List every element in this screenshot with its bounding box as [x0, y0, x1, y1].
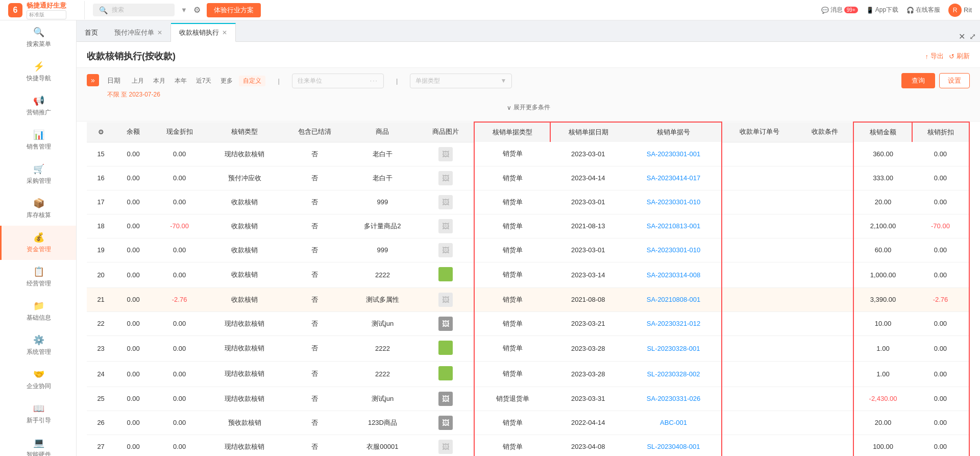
cell-receipt-order: [722, 311, 797, 335]
sidebar-item-collab[interactable]: 🤝 企业协同: [0, 363, 76, 397]
table-row: 21 0.00 -2.76 收款核销 否 测试多属性 🖼 销货单 2021-08…: [87, 287, 969, 311]
message-icon: 💬: [821, 7, 829, 14]
user-area[interactable]: R Rit: [948, 4, 972, 17]
bill-no-link[interactable]: SA-20230331-026: [647, 395, 701, 402]
col-included: 包含已结清: [282, 122, 348, 142]
tab-expand-icon[interactable]: ⤢: [969, 32, 976, 41]
tab-home[interactable]: 首页: [77, 24, 106, 41]
cell-bill-date: 2021-08-13: [550, 214, 626, 238]
tab-close-icon[interactable]: ✕: [959, 32, 965, 41]
cell-bill-date: 2021-08-08: [550, 287, 626, 311]
table-body: 15 0.00 0.00 现结收款核销 否 老白干 🖼 销货单 2023-03-…: [87, 142, 969, 456]
col-type: 核销类型: [207, 122, 282, 142]
shortcuts-icon: ⚡: [33, 61, 44, 72]
cell-receipt-cond: [797, 435, 854, 456]
cell-goods-img: [418, 361, 475, 387]
goods-image: 🖼: [438, 392, 453, 406]
col-gear[interactable]: ⚙: [87, 122, 115, 142]
cell-write-off-discount: 0.00: [912, 238, 969, 262]
guide-icon: 📖: [33, 403, 44, 414]
tab-writeoff[interactable]: 收款核销执行 ✕: [171, 23, 236, 42]
bill-no-link[interactable]: SL-20230328-001: [647, 345, 700, 352]
bill-no-link[interactable]: SA-20230301-001: [647, 150, 701, 158]
bill-no-link[interactable]: SA-20230301-010: [647, 198, 701, 206]
cell-bill-no: SA-20230301-010: [626, 190, 721, 214]
cell-discount: -70.00: [152, 214, 207, 238]
online-service-area[interactable]: 🎧 在线客服: [906, 6, 940, 14]
sidebar-item-sales[interactable]: 📊 销售管理: [0, 123, 76, 157]
cell-type: 收款核销: [207, 238, 282, 262]
bill-no-link[interactable]: SA-20210808-001: [647, 296, 701, 303]
bill-no-link[interactable]: SL-20230328-002: [647, 370, 700, 378]
cell-balance: 0.00: [115, 262, 152, 287]
cell-id: 21: [87, 287, 115, 311]
sidebar-item-shortcuts[interactable]: ⚡ 快捷导航: [0, 55, 76, 89]
table-container: ⚙ 余额 现金折扣 核销类型 包含已结清 商品 商品图片 核销单据类型 核销单据…: [77, 122, 980, 456]
cell-bill-date: 2023-03-28: [550, 361, 626, 387]
sidebar-item-system[interactable]: ⚙️ 系统管理: [0, 328, 76, 363]
bill-no-link[interactable]: SL-20230408-001: [647, 443, 700, 450]
cell-write-off-amount: 60.00: [853, 238, 912, 262]
cell-bill-type: 销货单: [474, 361, 550, 387]
export-button[interactable]: ↑ 导出: [925, 52, 944, 61]
gear-icon[interactable]: ⚙: [193, 5, 201, 15]
tab-prepay-close[interactable]: ✕: [157, 29, 162, 36]
goods-image: 🖼: [438, 416, 453, 430]
cell-discount: -2.76: [152, 287, 207, 311]
refresh-button[interactable]: ↺ 刷新: [949, 52, 970, 61]
date-option-7days[interactable]: 近7天: [193, 76, 215, 86]
cell-receipt-order: [722, 214, 797, 238]
sidebar-item-search[interactable]: 🔍 搜索菜单: [0, 20, 76, 55]
col-balance: 余额: [115, 122, 152, 142]
cell-goods-img: 🖼: [418, 238, 475, 262]
cell-id: 20: [87, 262, 115, 287]
partner-input[interactable]: 往来单位 ···: [292, 74, 384, 88]
filter-toggle-btn[interactable]: »: [87, 74, 99, 86]
table-header-row: ⚙ 余额 现金折扣 核销类型 包含已结清 商品 商品图片 核销单据类型 核销单据…: [87, 122, 969, 142]
bill-no-link[interactable]: SA-20230321-012: [647, 320, 701, 327]
trial-industry-button[interactable]: 体验行业方案: [207, 3, 261, 17]
sidebar-item-hardware[interactable]: 💻 智能硬件: [0, 431, 76, 456]
query-button[interactable]: 查询: [901, 73, 935, 88]
cell-goods: 测试多属性: [347, 287, 418, 311]
bill-no-link[interactable]: ABC-001: [660, 419, 687, 426]
date-option-this-year[interactable]: 本年: [172, 76, 190, 86]
bill-no-link[interactable]: SA-20210813-001: [647, 222, 701, 230]
sidebar-item-marketing[interactable]: 📢 营销推广: [0, 89, 76, 123]
sidebar-item-finance[interactable]: 💰 资金管理: [0, 226, 76, 260]
tab-writeoff-close[interactable]: ✕: [222, 29, 227, 36]
sidebar-item-purchase[interactable]: 🛒 采购管理: [0, 157, 76, 191]
sidebar-item-operations[interactable]: 📋 经营管理: [0, 260, 76, 294]
cell-write-off-amount: 2,100.00: [853, 214, 912, 238]
date-option-last-month[interactable]: 上月: [129, 76, 147, 86]
cell-receipt-order: [722, 361, 797, 387]
bill-no-link[interactable]: SA-20230414-017: [647, 174, 701, 182]
cell-goods: 测试jun: [347, 387, 418, 411]
sidebar-item-guide[interactable]: 📖 新手引导: [0, 397, 76, 431]
settings-button[interactable]: 设置: [939, 73, 970, 88]
expand-more-btn[interactable]: ∨ 展开更多条件: [507, 103, 550, 112]
cell-balance: 0.00: [115, 335, 152, 361]
notification-area[interactable]: 💬 消息 99+: [821, 6, 858, 14]
sidebar-item-inventory[interactable]: 📦 库存核算: [0, 191, 76, 226]
cell-type: 现结收款核销: [207, 311, 282, 335]
bill-type-select[interactable]: 单据类型 ▼: [410, 74, 512, 88]
page-actions: ↑ 导出 ↺ 刷新: [925, 52, 970, 61]
search-input[interactable]: 🔍 搜索: [93, 4, 175, 16]
cell-bill-date: 2023-03-28: [550, 335, 626, 361]
app-download-area[interactable]: 📱 App下载: [866, 6, 898, 14]
sidebar-item-basics[interactable]: 📁 基础信息: [0, 294, 76, 328]
date-option-custom[interactable]: 自定义: [239, 76, 265, 86]
cell-included: 否: [282, 238, 348, 262]
cell-receipt-order: [722, 190, 797, 214]
cell-write-off-discount: 0.00: [912, 142, 969, 166]
date-option-more[interactable]: 更多: [217, 76, 236, 86]
bill-no-link[interactable]: SA-20230314-008: [647, 271, 701, 279]
cell-receipt-order: [722, 287, 797, 311]
tab-prepay[interactable]: 预付冲应付单 ✕: [106, 24, 171, 41]
bill-no-link[interactable]: SA-20230301-010: [647, 246, 701, 254]
cell-write-off-discount: 0.00: [912, 190, 969, 214]
col-goods-img: 商品图片: [418, 122, 475, 142]
date-option-this-month[interactable]: 本月: [150, 76, 168, 86]
goods-image: [438, 341, 453, 355]
